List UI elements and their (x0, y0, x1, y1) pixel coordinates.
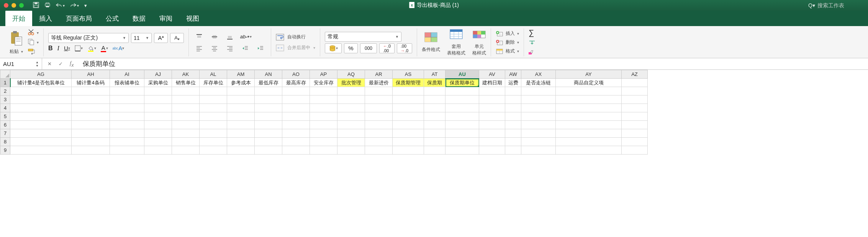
cell-AG4[interactable] (10, 104, 72, 112)
autosum-button[interactable]: ∑ (529, 28, 536, 37)
chevron-down-icon[interactable]: ▾ (37, 31, 39, 35)
cell-AJ7[interactable] (144, 129, 172, 138)
name-box[interactable]: AU1 ▲▼ (0, 58, 42, 69)
cell-AJ2[interactable] (144, 87, 172, 95)
increase-decimal-button[interactable]: ←.0.00 (379, 43, 395, 53)
column-header-AK[interactable]: AK (172, 70, 200, 79)
cell-AO5[interactable] (282, 112, 310, 121)
cell-AY3[interactable] (556, 95, 622, 104)
delete-cells-button[interactable]: 删除▾ (496, 39, 519, 46)
cell-AI7[interactable] (110, 129, 144, 138)
decrease-decimal-button[interactable]: .00→.0 (397, 43, 412, 53)
cell-AR5[interactable] (365, 112, 393, 121)
cell-AI4[interactable] (110, 104, 144, 112)
cell-AQ5[interactable] (337, 112, 365, 121)
cell-AW7[interactable] (505, 129, 521, 138)
underline-button[interactable]: U▾ (64, 45, 70, 51)
column-header-AL[interactable]: AL (200, 70, 227, 79)
cell-AV2[interactable] (479, 87, 505, 95)
cell-AN8[interactable] (255, 138, 282, 146)
cell-AM1[interactable]: 参考成本 (227, 79, 255, 87)
cell-AT4[interactable] (424, 104, 445, 112)
phonetic-button[interactable]: abcA▾ (113, 45, 124, 51)
percent-format-button[interactable]: % (344, 43, 358, 53)
cell-AL7[interactable] (200, 129, 227, 138)
cell-AN4[interactable] (255, 104, 282, 112)
cell-AQ8[interactable] (337, 138, 365, 146)
row-header-6[interactable]: 6 (0, 121, 10, 129)
cell-AX6[interactable] (521, 121, 556, 129)
number-format-select[interactable]: 常规▼ (325, 32, 401, 42)
column-header-AJ[interactable]: AJ (144, 70, 172, 79)
cell-AT1[interactable]: 保质期 (424, 79, 445, 87)
cell-AZ3[interactable] (622, 95, 648, 104)
cell-AG9[interactable] (10, 146, 72, 155)
cell-AJ8[interactable] (144, 138, 172, 146)
column-header-AN[interactable]: AN (255, 70, 282, 79)
cell-AG8[interactable] (10, 138, 72, 146)
row-header-9[interactable]: 9 (0, 146, 10, 155)
cell-AR3[interactable] (365, 95, 393, 104)
cell-AP3[interactable] (310, 95, 337, 104)
cell-AT7[interactable] (424, 129, 445, 138)
accounting-format-button[interactable]: ▾ (325, 43, 342, 53)
cell-AI2[interactable] (110, 87, 144, 95)
cell-AO7[interactable] (282, 129, 310, 138)
tab-插入[interactable]: 插入 (32, 10, 59, 26)
cell-AJ6[interactable] (144, 121, 172, 129)
cell-AI8[interactable] (110, 138, 144, 146)
cell-AH8[interactable] (72, 138, 110, 146)
align-middle-button[interactable] (209, 32, 220, 42)
cell-AM6[interactable] (227, 121, 255, 129)
cell-AU2[interactable] (445, 87, 479, 95)
cell-AY7[interactable] (556, 129, 622, 138)
fx-icon[interactable]: fx (70, 60, 74, 68)
row-header-7[interactable]: 7 (0, 129, 10, 138)
cell-AY9[interactable] (556, 146, 622, 155)
cancel-formula-button[interactable]: ✕ (47, 61, 52, 67)
column-header-AR[interactable]: AR (365, 70, 393, 79)
cell-AW3[interactable] (505, 95, 521, 104)
cell-AO3[interactable] (282, 95, 310, 104)
format-as-table-button[interactable]: 套用 表格格式 (447, 29, 465, 56)
cell-AN2[interactable] (255, 87, 282, 95)
tab-页面布局[interactable]: 页面布局 (59, 10, 99, 26)
column-header-AZ[interactable]: AZ (622, 70, 648, 79)
formula-input[interactable]: 保质期单位 (79, 59, 868, 68)
cell-AO8[interactable] (282, 138, 310, 146)
print-icon[interactable] (44, 2, 51, 9)
cell-AI3[interactable] (110, 95, 144, 104)
cell-AJ3[interactable] (144, 95, 172, 104)
cell-AZ6[interactable] (622, 121, 648, 129)
cell-AS7[interactable] (393, 129, 424, 138)
cell-AS3[interactable] (393, 95, 424, 104)
cell-AG1[interactable]: 辅计量4是否包装单位 (10, 79, 72, 87)
cell-AR6[interactable] (365, 121, 393, 129)
cell-AV7[interactable] (479, 129, 505, 138)
cell-AK7[interactable] (172, 129, 200, 138)
cell-AP1[interactable]: 安全库存 (310, 79, 337, 87)
cell-AR1[interactable]: 最新进价 (365, 79, 393, 87)
cell-AY2[interactable] (556, 87, 622, 95)
cell-AG5[interactable] (10, 112, 72, 121)
cell-AG3[interactable] (10, 95, 72, 104)
cell-AS5[interactable] (393, 112, 424, 121)
cell-AH1[interactable]: 辅计量4条码 (72, 79, 110, 87)
cell-AZ5[interactable] (622, 112, 648, 121)
cell-AL2[interactable] (200, 87, 227, 95)
cell-AO4[interactable] (282, 104, 310, 112)
cell-AT5[interactable] (424, 112, 445, 121)
cell-AO6[interactable] (282, 121, 310, 129)
cell-AU8[interactable] (445, 138, 479, 146)
cell-AK9[interactable] (172, 146, 200, 155)
cell-AQ2[interactable] (337, 87, 365, 95)
cell-AL3[interactable] (200, 95, 227, 104)
cell-AU3[interactable] (445, 95, 479, 104)
cell-AQ7[interactable] (337, 129, 365, 138)
column-header-AI[interactable]: AI (110, 70, 144, 79)
cell-AT8[interactable] (424, 138, 445, 146)
decrease-indent-button[interactable] (239, 43, 251, 53)
cell-AL4[interactable] (200, 104, 227, 112)
copy-icon[interactable] (28, 38, 34, 46)
cell-AQ1[interactable]: 批次管理 (337, 79, 365, 87)
